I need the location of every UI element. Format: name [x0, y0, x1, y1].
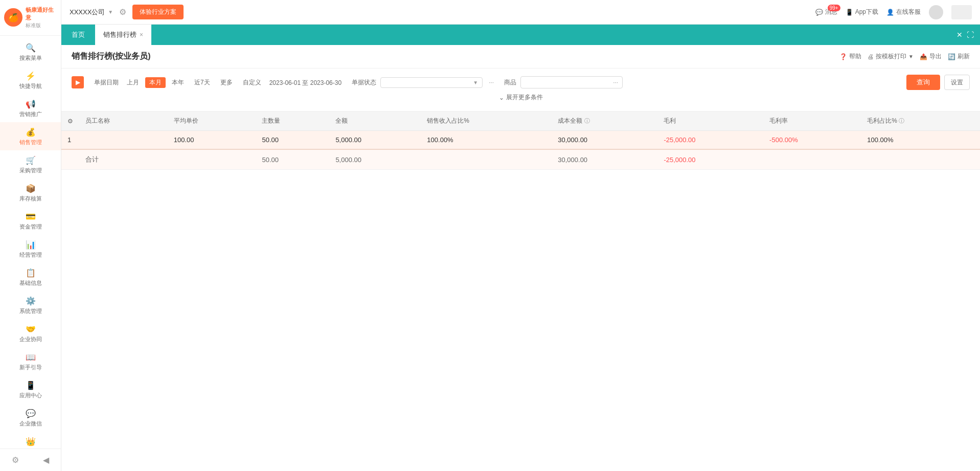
filter-toggle-btn[interactable]: ▶ [72, 76, 84, 88]
date-tab-more[interactable]: 更多 [216, 77, 237, 88]
message-badge: 99+ [828, 5, 840, 11]
sidebar-item-member[interactable]: 👑 畅会员 [0, 432, 61, 448]
sidebar-item-collab[interactable]: 🤝 企业协同 [0, 319, 61, 347]
basics-nav-icon: 📋 [26, 268, 36, 278]
cost-info-icon[interactable]: ⓘ [584, 118, 590, 124]
member-nav-icon: 👑 [26, 437, 36, 446]
operations-nav-icon: 📊 [26, 240, 36, 250]
sidebar-item-inventory[interactable]: 📦 库存核算 [0, 178, 61, 207]
logo-text: 畅康通好生意 [26, 6, 57, 22]
sidebar-item-guide[interactable]: 📖 新手引导 [0, 347, 61, 375]
company-name: XXXXX公司 [70, 8, 105, 17]
goods-select[interactable]: ··· [520, 76, 623, 88]
main-area: XXXXX公司 ▼ ⚙ 体验行业方案 💬 消息 99+ 📱 App下载 👤 在线… [61, 0, 980, 471]
tab-right-actions: ✕ ⛶ [956, 31, 980, 39]
cell-name [79, 131, 168, 150]
cell-amount: 5,000.00 [329, 131, 421, 150]
tabbar: 首页 销售排行榜 × ✕ ⛶ [61, 25, 980, 45]
message-button[interactable]: 💬 消息 99+ [815, 8, 837, 16]
sidebar-item-basics[interactable]: 📋 基础信息 [0, 263, 61, 291]
sidebar-item-sales[interactable]: 💰 销售管理 [0, 122, 61, 150]
expand-arrow-icon: ⌄ [499, 94, 504, 101]
filter-expand-area: ⌄ 展开更多条件 [72, 90, 970, 105]
settings-button[interactable]: 设置 [944, 75, 970, 90]
sidebar-settings-btn[interactable]: ⚙ [8, 453, 23, 467]
status-select[interactable]: ▼ [380, 77, 483, 88]
cell-avg-price: 100.00 [168, 131, 256, 150]
sidebar-item-wechat[interactable]: 💬 企业微信 [0, 403, 61, 432]
purchase-nav-icon: 🛒 [26, 155, 36, 165]
service-label: 在线客服 [896, 8, 921, 16]
tab-minimize-icon[interactable]: ✕ [956, 31, 963, 39]
search-nav-icon: 🔍 [26, 43, 36, 53]
print-button[interactable]: 🖨 按模板打印 ▼ [868, 52, 914, 61]
print-icon: 🖨 [868, 53, 874, 60]
refresh-button[interactable]: 🔄 刷新 [948, 52, 970, 61]
footer-profit: -25,000.00 [657, 149, 763, 170]
tab-close-icon[interactable]: × [140, 31, 143, 38]
status-select-arrow: ▼ [473, 80, 478, 85]
guide-nav-icon: 📖 [26, 352, 36, 362]
cell-profit: -25,000.00 [657, 131, 763, 150]
wechat-nav-icon: 💬 [26, 409, 36, 418]
sidebar-item-marketing[interactable]: 📢 营销推广 [0, 94, 61, 122]
expand-more-btn[interactable]: ⌄ 展开更多条件 [499, 93, 543, 102]
expand-label: 展开更多条件 [506, 93, 543, 102]
logo-icon: 🍊 [4, 8, 22, 27]
user-avatar[interactable] [929, 5, 943, 19]
cell-profit-pct: 100.00% [861, 131, 980, 150]
sidebar-item-purchase[interactable]: 🛒 采购管理 [0, 150, 61, 178]
tab-home[interactable]: 首页 [61, 25, 95, 45]
filter-row-1: ▶ 单据日期 上月 本月 本年 近7天 更多 自定义 2023-06-01 至 … [72, 75, 970, 90]
sidebar-item-apps[interactable]: 📱 应用中心 [0, 375, 61, 403]
user-name-area [951, 5, 972, 19]
apps-nav-icon: 📱 [26, 380, 36, 390]
sidebar-item-label: 营销推广 [19, 110, 42, 118]
sidebar-item-search[interactable]: 🔍 搜索菜单 [0, 38, 61, 66]
tab-maximize-icon[interactable]: ⛶ [967, 31, 974, 39]
sidebar-item-operations[interactable]: 📊 经营管理 [0, 235, 61, 263]
company-selector[interactable]: XXXXX公司 ▼ [70, 8, 113, 17]
date-tab-custom[interactable]: 自定义 [239, 77, 265, 88]
page-title: 销售排行榜(按业务员) [72, 51, 151, 62]
data-table: ⚙ 员工名称 平均单价 主数量 全额 销售收入占比% 成本全额 ⓘ 毛利 毛利率 [61, 111, 980, 170]
date-tab-last-month[interactable]: 上月 [123, 77, 143, 88]
footer-empty-1 [61, 149, 79, 170]
profit-pct-info-icon[interactable]: ⓘ [899, 118, 904, 124]
sidebar-collapse-btn[interactable]: ◀ [39, 453, 53, 467]
refresh-icon: 🔄 [948, 53, 955, 60]
col-header-profit-rate: 毛利率 [763, 111, 861, 131]
sidebar-item-finance[interactable]: 💳 资金管理 [0, 207, 61, 235]
sidebar-item-system[interactable]: ⚙️ 系统管理 [0, 291, 61, 319]
query-button[interactable]: 查询 [906, 75, 940, 90]
date-tab-this-month[interactable]: 本月 [145, 77, 166, 88]
col-header-settings: ⚙ [61, 111, 79, 131]
date-tab-7days[interactable]: 近7天 [190, 77, 214, 88]
quick-nav-icon: ⚡ [26, 71, 36, 81]
cell-qty: 50.00 [256, 131, 329, 150]
status-filter-label: 单据状态 [352, 78, 376, 87]
sidebar-item-label: 搜索菜单 [19, 54, 42, 62]
help-icon: ❓ [839, 53, 847, 60]
sidebar-item-label: 采购管理 [19, 167, 42, 174]
trial-button[interactable]: 体验行业方案 [132, 5, 184, 19]
cell-cost: 30,000.00 [552, 131, 657, 150]
status-more-icon[interactable]: ··· [489, 79, 494, 86]
filter-bar: ▶ 单据日期 上月 本月 本年 近7天 更多 自定义 2023-06-01 至 … [61, 69, 980, 111]
app-download-button[interactable]: 📱 App下载 [846, 8, 878, 16]
date-range-display: 2023-06-01 至 2023-06-30 [269, 79, 341, 87]
tab-sales-ranking[interactable]: 销售排行榜 × [95, 25, 151, 45]
online-service-button[interactable]: 👤 在线客服 [886, 8, 921, 16]
topbar-gear-icon[interactable]: ⚙ [119, 7, 126, 17]
help-button[interactable]: ❓ 帮助 [839, 52, 861, 61]
date-filter-label: 单据日期 [94, 78, 119, 87]
sidebar-item-label: 销售管理 [19, 139, 42, 146]
export-button[interactable]: 📤 导出 [920, 52, 942, 61]
topbar-right: 💬 消息 99+ 📱 App下载 👤 在线客服 [815, 5, 972, 19]
sidebar-item-quick[interactable]: ⚡ 快捷导航 [0, 66, 61, 94]
print-arrow-icon: ▼ [908, 54, 914, 59]
date-tab-this-year[interactable]: 本年 [168, 77, 188, 88]
table-section: ⚙ 员工名称 平均单价 主数量 全额 销售收入占比% 成本全额 ⓘ 毛利 毛利率 [61, 111, 980, 471]
settings-col-icon[interactable]: ⚙ [67, 118, 73, 125]
sidebar-item-label: 企业微信 [19, 420, 42, 428]
